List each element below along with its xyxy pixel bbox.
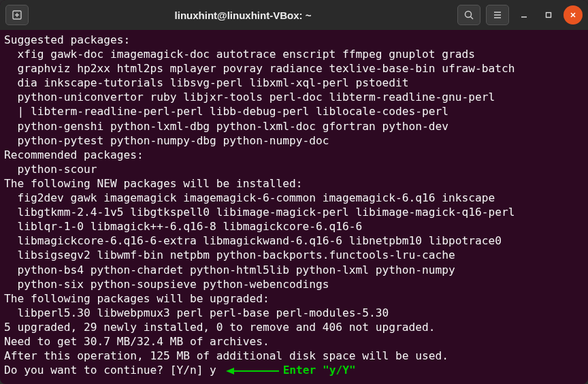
- terminal-line: python-genshi python-lxml-dbg python-lxm…: [4, 119, 584, 133]
- menu-button[interactable]: [486, 5, 509, 25]
- prompt-line: Do you want to continue? [Y/n] y Enter "…: [4, 363, 584, 377]
- svg-marker-13: [226, 368, 234, 374]
- close-button[interactable]: [564, 5, 583, 25]
- terminal-line: python-pytest python-numpy-dbg python-nu…: [4, 133, 584, 148]
- arrow-left-icon: [226, 366, 279, 376]
- terminal-line: xfig gawk-doc imagemagick-doc autotrace …: [4, 47, 584, 61]
- svg-point-3: [466, 12, 472, 18]
- terminal-line: libperl5.30 libwebpmux3 perl perl-base p…: [4, 306, 584, 320]
- prompt-text: Do you want to continue? [Y/n] y: [4, 364, 216, 377]
- minimize-icon: [520, 11, 528, 19]
- annotation-text: Enter "y/Y": [283, 364, 356, 377]
- terminal-line: | libterm-readline-perl-perl libb-debug-…: [4, 104, 584, 118]
- terminal-line: 5 upgraded, 29 newly installed, 0 to rem…: [4, 320, 584, 334]
- terminal-line: python-six python-soupsieve python-weben…: [4, 277, 584, 291]
- terminal-line: Suggested packages:: [4, 33, 584, 47]
- terminal-line: After this operation, 125 MB of addition…: [4, 349, 584, 363]
- search-button[interactable]: [457, 5, 480, 25]
- new-tab-button[interactable]: [5, 5, 29, 25]
- terminal-line: Recommended packages:: [4, 148, 584, 162]
- terminal-line: liblqr-1-0 libmagick++-6.q16-8 libmagick…: [4, 219, 584, 234]
- terminal-line: libgtkmm-2.4-1v5 libgtkspell0 libimage-m…: [4, 205, 584, 219]
- hamburger-icon: [492, 10, 503, 20]
- minimize-button[interactable]: [514, 5, 534, 25]
- maximize-icon: [544, 11, 553, 19]
- terminal-line: python-scour: [4, 162, 584, 176]
- terminal-line: libsigsegv2 libwmf-bin netpbm python-bac…: [4, 248, 584, 262]
- titlebar-right-controls: [457, 5, 583, 25]
- close-icon: [569, 11, 577, 19]
- terminal-line: The following NEW packages will be insta…: [4, 176, 584, 191]
- terminal-line: python-uniconvertor ruby libjxr-tools pe…: [4, 90, 584, 104]
- terminal-line: libmagickcore-6.q16-6-extra libmagickwan…: [4, 234, 584, 248]
- svg-rect-9: [546, 13, 551, 18]
- svg-line-4: [471, 17, 474, 20]
- maximize-button[interactable]: [539, 5, 558, 25]
- terminal-line: graphviz hp2xx html2ps mplayer povray ra…: [4, 61, 584, 76]
- window-title: linuxhint@linuxhint-VBox: ~: [34, 10, 452, 21]
- terminal-line: fig2dev gawk imagemagick imagemagick-6-c…: [4, 191, 584, 205]
- titlebar: linuxhint@linuxhint-VBox: ~: [0, 0, 588, 30]
- new-tab-icon: [12, 10, 22, 20]
- terminal-line: dia inkscape-tutorials libsvg-perl libxm…: [4, 76, 584, 90]
- terminal-line: python-bs4 python-chardet python-html5li…: [4, 263, 584, 277]
- search-icon: [463, 10, 474, 20]
- terminal-line: The following packages will be upgraded:: [4, 291, 584, 306]
- terminal-line: Need to get 30.7 MB/32.4 MB of archives.: [4, 334, 584, 349]
- terminal-window: linuxhint@linuxhint-VBox: ~: [0, 0, 588, 384]
- terminal-output[interactable]: Suggested packages: xfig gawk-doc imagem…: [0, 30, 588, 384]
